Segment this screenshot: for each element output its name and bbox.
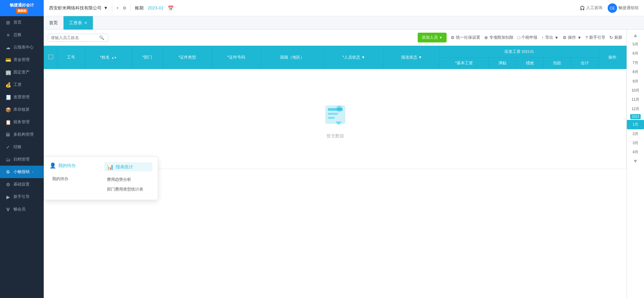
sidebar-item-fixed-asset[interactable]: 🏢 固定资产 bbox=[0, 66, 44, 78]
period-value[interactable]: 2023-01 bbox=[148, 5, 164, 10]
month-item-3[interactable]: 3月 bbox=[627, 138, 644, 147]
month-item-12[interactable]: 12月 bbox=[627, 104, 644, 113]
sidebar-item-home[interactable]: ⊞ 首页 bbox=[0, 16, 44, 29]
month-item-2[interactable]: 2月 bbox=[627, 129, 644, 138]
tab-salary-table[interactable]: 工资表 ✕ bbox=[64, 16, 93, 30]
filter-person-status[interactable]: ▼ bbox=[361, 55, 365, 59]
month-item-1[interactable]: 1月 bbox=[627, 120, 644, 129]
month-item-4[interactable]: 4月 bbox=[627, 147, 644, 157]
guide-button[interactable]: ? 新手引导 bbox=[585, 35, 605, 40]
salary-icon: 💰 bbox=[5, 82, 11, 88]
th-id-number: *证件号码 bbox=[212, 46, 261, 69]
tab-home[interactable]: 首页 bbox=[44, 16, 64, 30]
social-insurance-button[interactable]: ⚙ 统一社保设置 bbox=[451, 35, 480, 40]
settings-icon: ⚙ bbox=[123, 6, 126, 10]
month-item-10[interactable]: 10月 bbox=[627, 86, 644, 95]
export-button[interactable]: ↑ 导出 ▼ bbox=[541, 35, 558, 40]
float-menu-row: 👤 我的待办 我的待办 📊 报表统计 费用趋势分析 部门费用类型统计表 bbox=[49, 162, 152, 194]
th-salary-group: 应发工资 2023.01 bbox=[440, 46, 599, 58]
todo-icon: 👤 bbox=[49, 162, 56, 169]
sidebar: 畅捷通好会计 旗舰版 ⊞ 首页 ≡ 总账 ☁ 云报表中心 💳 资金管理 🏢 固定… bbox=[0, 0, 44, 298]
user-profile[interactable]: CE 畅捷通组组 bbox=[608, 3, 639, 13]
search-icon[interactable]: 🔍 bbox=[99, 35, 104, 40]
sidebar-item-label: 工资 bbox=[13, 82, 22, 88]
month-item-8[interactable]: 8月 bbox=[627, 67, 644, 76]
topbar-add-button[interactable]: + bbox=[116, 6, 119, 10]
export-icon: ↑ bbox=[541, 35, 544, 40]
calendar-icon[interactable]: 📅 bbox=[168, 5, 174, 11]
month-item-7[interactable]: 7月 bbox=[627, 58, 644, 67]
archive-icon: 🗂 bbox=[5, 157, 11, 162]
th-checkbox[interactable] bbox=[44, 46, 58, 69]
add-person-button[interactable]: 添加人员 ▼ bbox=[418, 33, 447, 42]
add-person-label: 添加人员 bbox=[422, 35, 438, 40]
month-item-9[interactable]: 9月 bbox=[627, 77, 644, 86]
multi-org-icon: 🏛 bbox=[5, 132, 11, 137]
th-id-type: *证件类型 bbox=[163, 46, 212, 69]
refresh-button[interactable]: ↻ 刷新 bbox=[609, 35, 622, 40]
social-insurance-icon: ⚙ bbox=[451, 35, 455, 40]
sidebar-item-label: 税务管理 bbox=[13, 119, 30, 125]
sidebar-item-label: 发票管理 bbox=[13, 94, 30, 100]
sidebar-item-mini-expense[interactable]: G 小畅报销 ‹ bbox=[0, 166, 44, 178]
sidebar-item-multi-org[interactable]: 🏛 多机构管理 bbox=[0, 128, 44, 141]
month-nav-up[interactable]: ▲ bbox=[632, 31, 640, 40]
tab-salary-label: 工资表 bbox=[69, 20, 82, 26]
topbar-settings-button[interactable]: ⚙ bbox=[123, 6, 126, 10]
select-all-checkbox[interactable] bbox=[48, 55, 53, 59]
th-name: *姓名 ▲▼ bbox=[85, 46, 131, 69]
th-person-status: *人员状态 ▼ bbox=[324, 46, 383, 69]
sidebar-item-salary[interactable]: 💰 工资 bbox=[0, 78, 44, 91]
topbar: 西安虾米网络科技有限公司 ▼ + ⚙ 账期 2023-01 📅 🎧 人工咨询 C… bbox=[44, 0, 644, 16]
month-item-5[interactable]: 5月 bbox=[627, 40, 644, 49]
month-item-6[interactable]: 6月 bbox=[627, 49, 644, 58]
sidebar-item-fund[interactable]: 💳 资金管理 bbox=[0, 54, 44, 66]
guide-icon: ? bbox=[585, 35, 588, 40]
checkout-icon: ✓ bbox=[5, 144, 11, 150]
headset-icon: 🎧 bbox=[580, 6, 585, 10]
th-performance: 绩效 bbox=[516, 58, 544, 69]
filter-report-status[interactable]: ▼ bbox=[418, 55, 422, 59]
th-total: 合计 bbox=[571, 58, 599, 69]
new-guide-icon: ▶ bbox=[5, 194, 11, 200]
tab-close-button[interactable]: ✕ bbox=[84, 21, 87, 25]
month-item-11[interactable]: 11月 bbox=[627, 95, 644, 104]
individual-tax-icon: □ bbox=[518, 35, 520, 40]
sidebar-item-tax[interactable]: 📋 税务管理 bbox=[0, 116, 44, 128]
sidebar-item-basic-settings[interactable]: ⚙ 基础设置 bbox=[0, 178, 44, 191]
special-deduction-button[interactable]: ⊕ 专项附加扣除 bbox=[484, 35, 514, 40]
float-menu-item-dept-expense[interactable]: 部门费用类型统计表 bbox=[104, 185, 152, 194]
sidebar-item-cloud-report[interactable]: ☁ 云报表中心 bbox=[0, 41, 44, 54]
customer-service-button[interactable]: 🎧 人工咨询 bbox=[580, 5, 602, 11]
float-menu-popup: 👤 我的待办 我的待办 📊 报表统计 费用趋势分析 部门费用类型统计表 bbox=[44, 157, 158, 200]
th-nationality: 国籍（地区） bbox=[261, 46, 324, 69]
operation-button[interactable]: ⚙ 操作 ▼ bbox=[563, 35, 581, 40]
empty-state: 暂无数据 bbox=[46, 72, 624, 166]
month-nav-down[interactable]: ▼ bbox=[632, 157, 640, 166]
export-arrow: ▼ bbox=[555, 35, 559, 40]
sidebar-item-checkout[interactable]: ✓ 结账 bbox=[0, 141, 44, 153]
report-stats-icon: 📊 bbox=[107, 164, 114, 170]
sidebar-item-label: 首页 bbox=[13, 20, 22, 25]
company-dropdown-arrow[interactable]: ▼ bbox=[104, 5, 108, 10]
sidebar-item-label: 多机构管理 bbox=[13, 132, 34, 137]
company-name-selector[interactable]: 西安虾米网络科技有限公司 ▼ bbox=[49, 5, 108, 11]
topbar-right: 🎧 人工咨询 CE 畅捷通组组 bbox=[580, 3, 639, 13]
topbar-divider-2 bbox=[130, 5, 131, 11]
sidebar-item-ledger[interactable]: ≡ 总账 bbox=[0, 29, 44, 41]
float-menu-item-expense-trend[interactable]: 费用趋势分析 bbox=[104, 175, 152, 185]
month-sidebar: ▲ 5月 6月 7月 8月 9月 10月 11月 12月 bbox=[627, 30, 644, 298]
individual-tax-button[interactable]: □ 个税申报 bbox=[518, 35, 538, 40]
th-operation: 操作 bbox=[599, 46, 626, 69]
search-box[interactable]: 🔍 bbox=[48, 34, 108, 42]
float-menu-item-my-todo[interactable]: 我的待办 bbox=[49, 174, 98, 184]
sort-arrows-name[interactable]: ▲▼ bbox=[111, 57, 117, 59]
sidebar-item-invoice[interactable]: 🧾 发票管理 bbox=[0, 91, 44, 103]
inventory-icon: 📦 bbox=[5, 107, 11, 112]
sidebar-item-membership[interactable]: V 畅会员 bbox=[0, 203, 44, 216]
svg-rect-2 bbox=[328, 113, 338, 115]
search-input[interactable] bbox=[51, 35, 98, 40]
sidebar-item-archive[interactable]: 🗂 归档管理 bbox=[0, 153, 44, 166]
sidebar-item-inventory[interactable]: 📦 库存核算 bbox=[0, 103, 44, 116]
sidebar-item-new-guide[interactable]: ▶ 新手引导 bbox=[0, 191, 44, 203]
